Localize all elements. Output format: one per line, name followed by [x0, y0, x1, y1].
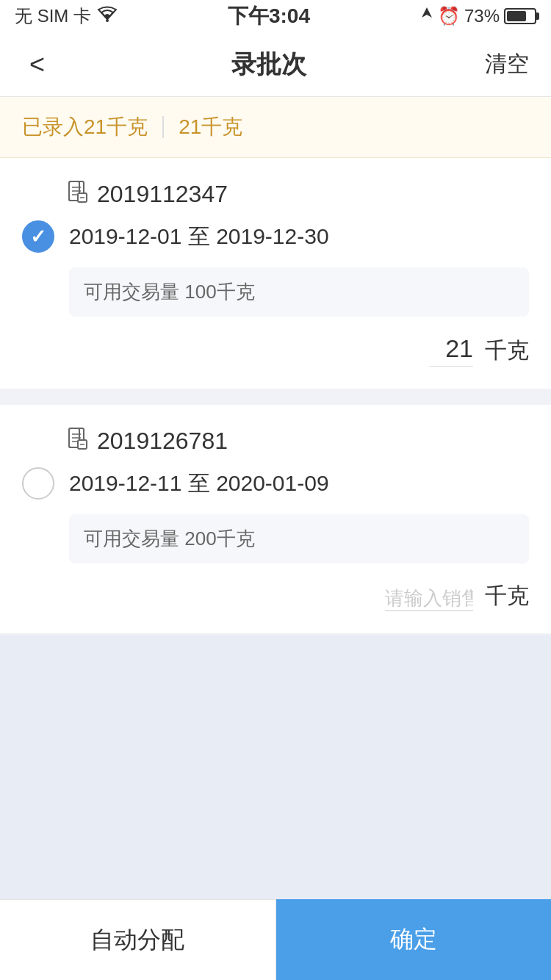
batch-availability-2: 可用交易量 200千克: [69, 514, 529, 563]
batch-item-2: 2019126781 2019-12-11 至 2020-01-09 可用交易量…: [0, 405, 551, 563]
summary-value: 21千克: [179, 113, 242, 141]
bottom-bar: 自动分配 确定: [0, 899, 551, 980]
carrier-text: 无 SIM 卡: [15, 4, 91, 28]
recorded-label: 已录入21千克: [22, 113, 148, 141]
battery-fill: [507, 11, 526, 21]
quantity-input-2[interactable]: [385, 582, 473, 611]
svg-point-0: [106, 19, 109, 22]
batch-id-1: 2019112347: [97, 181, 228, 208]
page-title: 录批次: [231, 48, 306, 82]
page-wrapper: 无 SIM 卡 下午3:04 ⏰ 73%: [0, 0, 551, 980]
alarm-icon: ⏰: [438, 6, 460, 26]
status-bar: 无 SIM 卡 下午3:04 ⏰ 73%: [0, 0, 551, 32]
batch-id-row-2: 2019126781: [66, 427, 529, 455]
quantity-row-2: 千克: [0, 563, 551, 633]
batch-id-2: 2019126781: [97, 428, 228, 455]
status-left: 无 SIM 卡: [15, 4, 118, 28]
clear-button[interactable]: 清空: [485, 49, 529, 79]
batch-radio-1[interactable]: [22, 220, 54, 253]
batch-card-2: 2019126781 2019-12-11 至 2020-01-09 可用交易量…: [0, 405, 551, 633]
batch-availability-1: 可用交易量 100千克: [69, 267, 529, 317]
battery-percent: 73%: [464, 6, 500, 26]
batch-doc-icon-1: [66, 180, 90, 209]
batch-card-1: 2019112347 2019-12-01 至 2019-12-30 可用交易量…: [0, 158, 551, 389]
back-button[interactable]: <: [22, 42, 52, 87]
batch-date-1: 2019-12-01 至 2019-12-30: [69, 222, 329, 252]
summary-divider: [162, 116, 164, 138]
location-icon: [420, 6, 433, 26]
quantity-row-1: 21 千克: [0, 317, 551, 389]
confirm-button[interactable]: 确定: [276, 899, 552, 980]
quantity-value-1: 21: [429, 334, 473, 367]
auto-distribute-button[interactable]: 自动分配: [0, 899, 276, 980]
empty-area: [0, 635, 551, 929]
batch-id-row-1: 2019112347: [66, 180, 529, 209]
status-right: ⏰ 73%: [420, 6, 536, 26]
summary-banner: 已录入21千克 21千克: [0, 97, 551, 158]
quantity-unit-1: 千克: [485, 336, 529, 366]
battery-icon: [504, 8, 536, 24]
batch-date-row-1[interactable]: 2019-12-01 至 2019-12-30: [22, 220, 529, 253]
status-time: 下午3:04: [228, 2, 310, 30]
section-gap: [0, 390, 551, 405]
wifi-icon: [97, 6, 118, 26]
quantity-unit-2: 千克: [485, 581, 529, 611]
batch-radio-2[interactable]: [22, 467, 54, 500]
batch-item-1: 2019112347 2019-12-01 至 2019-12-30 可用交易量…: [0, 158, 551, 317]
nav-bar: < 录批次 清空: [0, 32, 551, 97]
batch-doc-icon-2: [66, 427, 90, 455]
batch-date-2: 2019-12-11 至 2020-01-09: [69, 469, 329, 499]
batch-date-row-2[interactable]: 2019-12-11 至 2020-01-09: [22, 467, 529, 500]
